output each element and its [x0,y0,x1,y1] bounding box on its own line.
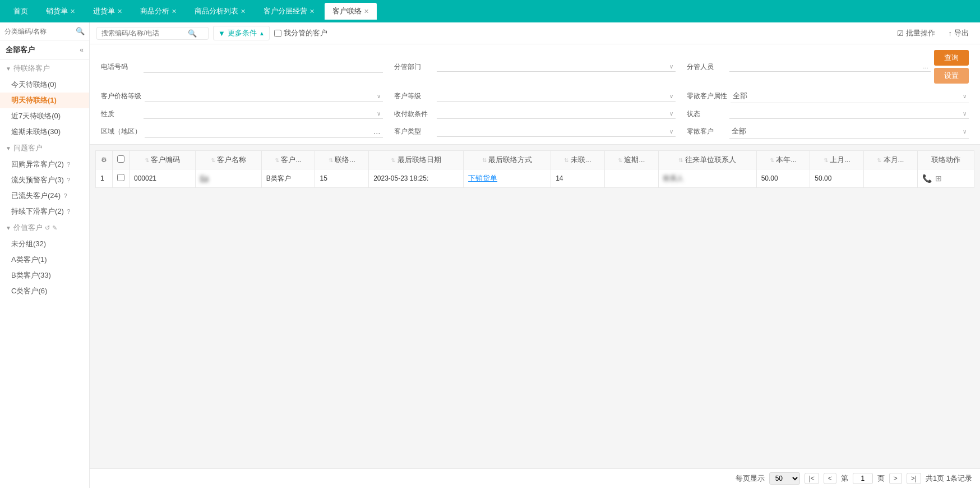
row-checkbox[interactable] [117,174,124,181]
sort-icon[interactable]: ⇅ [877,157,881,163]
value-section: 价值客户 ↺ ✎ [0,219,89,236]
th-this-year: ⇅ 本年... [756,151,810,169]
next-page-btn[interactable]: > [889,473,902,484]
sort-icon[interactable]: ⇅ [211,157,215,163]
more-conditions-btn[interactable]: ▼ 更多条件 ▲ [213,26,270,40]
region-select[interactable]: … [145,126,383,138]
sidebar-item-7days[interactable]: 近7天待联络(0) [0,108,89,124]
nav-customer-tier[interactable]: 客户分层经营 ✕ [256,3,322,20]
th-last-method: ⇅ 最后联络方式 [464,151,551,169]
export-btn[interactable]: ↑ 导出 [944,26,974,40]
sort-icon[interactable]: ⇅ [770,157,774,163]
td-last-method[interactable]: 下销货单 [464,169,551,188]
close-icon[interactable]: ✕ [364,8,369,15]
th-this-month: ⇅ 本月... [864,151,918,169]
nav-home[interactable]: 首页 [6,3,36,20]
table-area: ⚙ ⇅ 客户编码 ⇅ 客户名称 ⇅ 客户... ⇅ 联络... ⇅ 最后联络日期… [90,145,980,468]
select-all-checkbox[interactable] [117,155,124,163]
sidebar-item-declining[interactable]: 持续下滑客户(2) ? [0,204,89,219]
chevron-down-icon: ∨ [669,63,673,70]
payment-select[interactable]: ∨ [437,109,676,119]
th-checkbox[interactable] [113,151,130,169]
sidebar-item-today[interactable]: 今天待联络(0) [0,77,89,93]
sort-icon[interactable]: ⇅ [678,157,683,163]
search-input[interactable] [101,29,186,37]
close-icon[interactable]: ✕ [117,8,122,15]
nav-purchase[interactable]: 进货单 ✕ [85,3,130,20]
chevron-down-icon: ∨ [669,128,673,135]
sidebar-item-ungroup[interactable]: 未分组(32) [0,236,89,252]
customer-type-select[interactable]: ∨ [437,127,676,137]
sort-icon[interactable]: ⇅ [482,157,487,163]
sidebar-item-a-class[interactable]: A类客户(1) [0,252,89,268]
prev-page-btn[interactable]: < [824,473,836,484]
th-settings[interactable]: ⚙ [96,151,113,169]
first-page-btn[interactable]: |< [805,473,819,484]
batch-ops-btn[interactable]: ☑ 批量操作 [893,26,940,40]
phone-input[interactable] [144,61,383,73]
sidebar-search-input[interactable] [4,27,73,35]
close-icon[interactable]: ✕ [70,8,75,15]
close-icon[interactable]: ✕ [241,8,246,15]
status-select[interactable]: ∨ [729,109,969,119]
filter-payment: 收付款条件 ∨ [394,109,676,119]
nav-customer-contact[interactable]: 客户联络 ✕ [325,3,377,20]
last-page-btn[interactable]: >| [907,473,921,484]
sidebar-item-warning[interactable]: 流失预警客户(3) ? [0,172,89,188]
td-no-contact: 14 [551,169,605,188]
search-icon[interactable]: 🔍 [188,29,197,38]
dept-select[interactable]: ∨ [437,62,676,72]
chevron-down-icon: ∨ [669,93,673,99]
customer-level-select[interactable]: ∨ [437,91,676,102]
page-size-select[interactable]: 50 100 200 [769,472,800,485]
sort-icon[interactable]: ⇅ [275,157,279,163]
td-code: 000021 [130,169,196,188]
nav-analysis-list[interactable]: 商品分析列表 ✕ [187,3,253,20]
sort-icon[interactable]: ⇅ [564,157,568,163]
sidebar-item-b-class[interactable]: B类客户(33) [0,268,89,283]
qr-action-icon[interactable]: ⊞ [935,174,942,183]
collapse-icon[interactable]: « [80,46,84,54]
sort-icon[interactable]: ⇅ [329,157,333,163]
my-customers-checkbox-label[interactable]: 我分管的客户 [274,28,327,38]
td-name[interactable]: Ea [195,169,261,188]
td-this-month [864,169,918,188]
top-actions: ☑ 批量操作 ↑ 导出 [893,26,974,40]
sort-icon[interactable]: ⇅ [618,157,622,163]
sidebar-item-lost[interactable]: 已流失客户(24) ? [0,188,89,204]
filter-phone: 电话号码 [101,50,383,84]
search-wrap: 🔍 [96,27,209,40]
sidebar-item-tomorrow[interactable]: 明天待联络(1) [0,93,89,108]
close-icon[interactable]: ✕ [172,8,177,15]
all-customers-header[interactable]: 全部客户 « [0,40,89,60]
sort-icon[interactable]: ⇅ [145,157,149,163]
gender-select[interactable]: ∨ [144,109,383,119]
my-customers-checkbox[interactable] [274,30,281,37]
th-name: ⇅ 客户名称 [195,151,261,169]
phone-action-icon[interactable]: 📞 [922,174,932,183]
sidebar-item-c-class[interactable]: C类客户(6) [0,283,89,299]
nav-sales[interactable]: 销货单 ✕ [38,3,83,20]
sort-icon[interactable]: ⇅ [824,157,828,163]
th-last-month: ⇅ 上月... [810,151,864,169]
close-icon[interactable]: ✕ [309,8,315,15]
main-layout: 🔍 全部客户 « 待联络客户 今天待联络(0) 明天待联络(1) 近7天待联络(… [0,22,980,488]
search-icon[interactable]: 🔍 [76,27,85,35]
nav-analysis[interactable]: 商品分析 ✕ [132,3,184,20]
sidebar-item-overdue[interactable]: 逾期未联络(30) [0,124,89,140]
manager-select[interactable]: … [729,62,931,72]
sort-icon[interactable]: ⇅ [391,157,395,163]
chevron-down-icon: ∨ [377,93,381,99]
retail-attr-select[interactable]: 全部 ∨ [731,89,969,103]
td-checkbox[interactable] [113,169,130,188]
price-level-select[interactable]: ∨ [145,91,383,102]
td-this-year: 50.00 [756,169,810,188]
retail-customer-select[interactable]: 全部 ∨ [729,125,969,139]
page-number-input[interactable] [853,473,873,484]
sidebar-item-abnormal[interactable]: 回购异常客户(2) ? [0,156,89,172]
refresh-icon[interactable]: ↺ [45,224,50,232]
filter-bar: 🔍 ▼ 更多条件 ▲ 我分管的客户 ☑ 批量操作 ↑ 导出 [90,22,980,44]
query-button[interactable]: 查询 [934,50,969,66]
setting-button[interactable]: 设置 [934,68,969,84]
edit-icon[interactable]: ✎ [52,224,57,232]
